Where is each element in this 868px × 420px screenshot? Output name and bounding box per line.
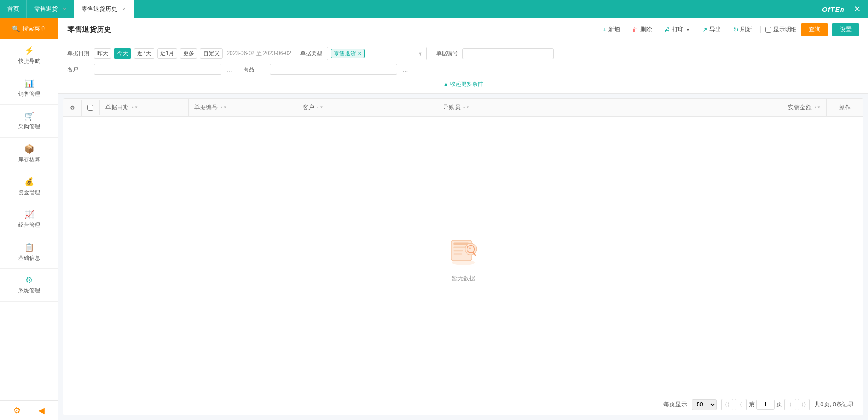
sidebar-item-basic-info[interactable]: 📋 基础信息 bbox=[0, 236, 58, 269]
show-detail-checkbox[interactable] bbox=[765, 27, 771, 33]
empty-state: 暂无数据 bbox=[425, 210, 502, 301]
export-label: 导出 bbox=[709, 26, 721, 34]
sidebar-item-operations-label: 经营管理 bbox=[18, 221, 40, 229]
sidebar-item-operations[interactable]: 📈 经营管理 bbox=[0, 203, 58, 236]
th-date-label: 单据日期 bbox=[105, 103, 129, 112]
th-customer[interactable]: 客户 ▲▼ bbox=[297, 99, 437, 116]
tab-retail-return-history-close[interactable]: ✕ bbox=[122, 6, 126, 12]
th-amount[interactable]: 实销金额 ▲▼ bbox=[750, 99, 827, 116]
th-voucher-no[interactable]: 单据编号 ▲▼ bbox=[189, 99, 297, 116]
date-filter-label: 单据日期 bbox=[67, 50, 90, 57]
pagination-bar: 每页显示 10 20 50 100 ⟨⟨ ⟨ 第 页 ⟩ ⟩⟩ 共0页, 0条记… bbox=[63, 394, 863, 415]
svg-rect-5 bbox=[453, 253, 462, 255]
voucher-type-select[interactable]: 零售退货 ✕ ▼ bbox=[327, 47, 427, 60]
sidebar-item-sales-mgmt[interactable]: 📊 销售管理 bbox=[0, 72, 58, 105]
th-operate: 操作 bbox=[827, 99, 863, 116]
sidebar-search[interactable]: 🔍 搜索菜单 bbox=[0, 18, 58, 39]
page-header: 零售退货历史 + 新增 🗑 删除 🖨 打印 ▼ ↗ 导出 bbox=[58, 18, 868, 41]
page-label: 第 bbox=[749, 400, 755, 409]
goods-input[interactable] bbox=[270, 64, 397, 75]
voucher-no-input[interactable] bbox=[462, 48, 554, 59]
date-yesterday-btn[interactable]: 昨天 bbox=[94, 48, 111, 59]
finance-icon: 💰 bbox=[24, 177, 34, 187]
select-all-checkbox[interactable] bbox=[87, 105, 93, 111]
svg-rect-4 bbox=[453, 250, 463, 252]
voucher-type-tag-close[interactable]: ✕ bbox=[358, 51, 361, 56]
delete-icon: 🗑 bbox=[632, 26, 638, 33]
filter-voucher-no: 单据编号 bbox=[436, 48, 554, 59]
sidebar-item-purchase-mgmt[interactable]: 🛒 采购管理 bbox=[0, 105, 58, 138]
customer-label: 客户 bbox=[67, 66, 90, 73]
voucher-no-label: 单据编号 bbox=[436, 50, 459, 57]
collapse-filter-btn[interactable]: ▲ 收起更多条件 bbox=[443, 80, 483, 88]
collapse-up-icon: ▲ bbox=[443, 81, 449, 87]
delete-button[interactable]: 🗑 删除 bbox=[628, 24, 656, 36]
refresh-label: 刷新 bbox=[740, 26, 752, 34]
table-area: ⚙ 单据日期 ▲▼ 单据编号 ▲▼ 客户 ▲▼ 导购员 bbox=[63, 98, 863, 415]
show-detail-text: 显示明细 bbox=[773, 26, 797, 34]
date-last1m-btn[interactable]: 近1月 bbox=[157, 48, 178, 59]
tab-home[interactable]: 首页 bbox=[0, 0, 27, 18]
tab-retail-return-history[interactable]: 零售退货历史 ✕ bbox=[74, 0, 134, 18]
page-last-btn[interactable]: ⟩⟩ bbox=[798, 399, 810, 410]
operations-icon: 📈 bbox=[24, 210, 34, 220]
table-body: 暂无数据 bbox=[63, 117, 863, 394]
customer-ellipsis-btn[interactable]: ... bbox=[225, 66, 234, 73]
sidebar-item-quick-nav[interactable]: ⚡ 快捷导航 bbox=[0, 39, 58, 72]
page-input[interactable] bbox=[756, 400, 775, 410]
window-close-button[interactable]: ✕ bbox=[854, 4, 861, 14]
date-custom-btn[interactable]: 自定义 bbox=[200, 48, 223, 59]
filter-area: 单据日期 昨天 今天 近7天 近1月 更多 自定义 2023-06-02 至 2… bbox=[58, 41, 868, 94]
date-last7-btn[interactable]: 近7天 bbox=[134, 48, 154, 59]
date-today-btn[interactable]: 今天 bbox=[114, 48, 131, 59]
collapse-filter-label: 收起更多条件 bbox=[450, 80, 483, 88]
page-next-btn[interactable]: ⟩ bbox=[784, 399, 796, 410]
refresh-button[interactable]: ↻ 刷新 bbox=[729, 24, 756, 36]
th-date[interactable]: 单据日期 ▲▼ bbox=[100, 99, 189, 116]
settings-bottom-icon[interactable]: ⚙ bbox=[13, 405, 21, 415]
sidebar-bottom: ⚙ ◀ bbox=[0, 400, 58, 420]
date-more-btn[interactable]: 更多 bbox=[180, 48, 197, 59]
th-settings[interactable]: ⚙ bbox=[63, 100, 82, 116]
th-guide-sort: ▲▼ bbox=[462, 106, 470, 109]
top-bar: 首页 零售退货 ✕ 零售退货历史 ✕ OfTEn ✕ bbox=[0, 0, 868, 18]
sidebar-item-quick-nav-label: 快捷导航 bbox=[18, 57, 40, 65]
show-detail-toggle[interactable]: 显示明细 bbox=[765, 26, 797, 34]
date-filter-group: 昨天 今天 近7天 近1月 更多 自定义 bbox=[94, 48, 223, 59]
sidebar-item-system-label: 系统管理 bbox=[18, 287, 40, 295]
query-button[interactable]: 查询 bbox=[801, 23, 828, 36]
voucher-type-label: 单据类型 bbox=[300, 50, 323, 57]
tab-retail-return-history-label: 零售退货历史 bbox=[82, 5, 117, 13]
settings-button[interactable]: 设置 bbox=[832, 23, 859, 36]
customer-input[interactable] bbox=[94, 64, 221, 75]
th-guide[interactable]: 导购员 ▲▼ bbox=[437, 99, 546, 116]
print-button[interactable]: 🖨 打印 ▼ bbox=[660, 24, 694, 36]
filter-voucher-type: 单据类型 零售退货 ✕ ▼ bbox=[300, 47, 427, 60]
page-prev-btn[interactable]: ⟨ bbox=[735, 399, 747, 410]
page-first-btn[interactable]: ⟨⟨ bbox=[721, 399, 733, 410]
export-icon: ↗ bbox=[702, 26, 708, 33]
inventory-icon: 📦 bbox=[24, 144, 34, 154]
page-actions: + 新增 🗑 删除 🖨 打印 ▼ ↗ 导出 ↻ 刷新 bbox=[599, 23, 859, 36]
tab-home-label: 首页 bbox=[7, 5, 19, 13]
tab-retail-return[interactable]: 零售退货 ✕ bbox=[27, 0, 74, 18]
tab-list: 首页 零售退货 ✕ 零售退货历史 ✕ bbox=[0, 0, 822, 18]
th-checkbox[interactable] bbox=[82, 100, 100, 115]
sidebar-item-finance[interactable]: 💰 资金管理 bbox=[0, 170, 58, 203]
sidebar-item-basic-info-label: 基础信息 bbox=[18, 254, 40, 262]
page-nav: ⟨⟨ ⟨ 第 页 ⟩ ⟩⟩ bbox=[721, 399, 810, 410]
per-page-select[interactable]: 10 20 50 100 bbox=[692, 399, 717, 410]
th-date-sort: ▲▼ bbox=[131, 106, 138, 109]
sidebar-item-system-mgmt[interactable]: ⚙ 系统管理 bbox=[0, 269, 58, 302]
settings-table-icon: ⚙ bbox=[70, 104, 75, 111]
collapse-sidebar-icon[interactable]: ◀ bbox=[38, 405, 45, 415]
goods-ellipsis-btn[interactable]: ... bbox=[401, 66, 410, 73]
filter-goods: 商品 ... bbox=[243, 64, 410, 75]
sales-icon: 📊 bbox=[24, 78, 34, 88]
sidebar-item-inventory[interactable]: 📦 库存核算 bbox=[0, 138, 58, 170]
page-unit: 页 bbox=[776, 400, 782, 409]
add-button[interactable]: + 新增 bbox=[599, 24, 624, 36]
export-button[interactable]: ↗ 导出 bbox=[699, 24, 725, 36]
sidebar: 🔍 搜索菜单 ⚡ 快捷导航 📊 销售管理 🛒 采购管理 📦 库存核算 💰 bbox=[0, 18, 58, 420]
tab-retail-return-close[interactable]: ✕ bbox=[62, 6, 67, 12]
